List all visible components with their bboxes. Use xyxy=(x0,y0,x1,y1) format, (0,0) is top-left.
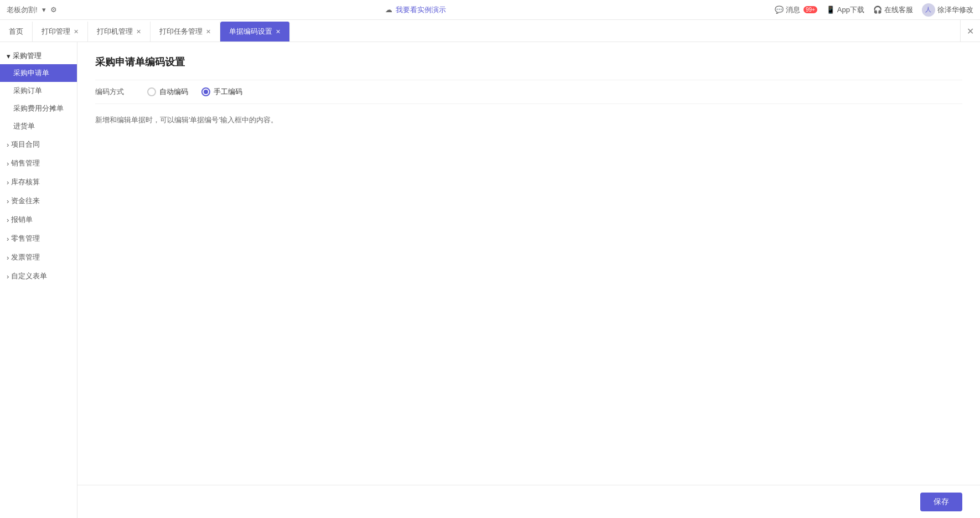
sidebar-group-sales-label: 销售管理 xyxy=(11,158,40,168)
tab-home[interactable]: 首页 xyxy=(0,22,33,42)
hint-text: 新增和编辑单据时，可以编辑'单据编号'输入框中的内容。 xyxy=(95,115,962,125)
sidebar-item-purchase-order-label: 采购订单 xyxy=(13,86,42,95)
username: 徐泽华修改 xyxy=(937,5,973,15)
message-badge: 99+ xyxy=(803,6,817,13)
radio-auto-circle xyxy=(147,87,156,96)
sidebar: ▾ 采购管理 采购申请单 采购订单 采购费用分摊单 进货单 › 项目合同 › 销… xyxy=(0,42,77,518)
tab-print-mgmt-close[interactable]: ✕ xyxy=(74,28,79,35)
radio-auto-encode[interactable]: 自动编码 xyxy=(147,87,188,97)
content-area: 采购申请单编码设置 编码方式 自动编码 手工编码 新增和编辑单据时，可以编辑'单… xyxy=(77,42,980,518)
cloud-icon: ☁ xyxy=(385,6,392,14)
tab-print-task-mgmt-close[interactable]: ✕ xyxy=(206,28,211,35)
sidebar-item-purchase-order[interactable]: 采购订单 xyxy=(0,82,77,100)
sidebar-item-purchase-expense-label: 采购费用分摊单 xyxy=(13,104,64,112)
sidebar-group-purchase-label: 采购管理 xyxy=(13,51,42,61)
sidebar-group-invoice[interactable]: › 发票管理 xyxy=(0,248,77,267)
top-bar-center: ☁ 我要看实例演示 xyxy=(385,5,446,15)
user-profile[interactable]: 人 徐泽华修改 xyxy=(922,3,973,17)
sidebar-item-purchase-expense[interactable]: 采购费用分摊单 xyxy=(0,100,77,117)
tab-printer-mgmt-label: 打印机管理 xyxy=(97,27,133,37)
sidebar-group-custom-forms-label: 自定义表单 xyxy=(11,271,47,281)
sidebar-group-inventory[interactable]: › 库存核算 xyxy=(0,173,77,191)
top-bar-brand-text: 老板勿割! xyxy=(7,5,38,15)
sidebar-group-finance-arrow: › xyxy=(7,197,9,205)
top-bar-left: 老板勿割! ▾ ⚙ xyxy=(7,5,57,15)
message-label: 消息 xyxy=(786,5,800,15)
main-layout: ▾ 采购管理 采购申请单 采购订单 采购费用分摊单 进货单 › 项目合同 › 销… xyxy=(0,42,980,518)
sidebar-item-stock-in[interactable]: 进货单 xyxy=(0,117,77,135)
sidebar-group-invoice-label: 发票管理 xyxy=(11,252,40,262)
avatar: 人 xyxy=(922,3,935,17)
message-icon: 💬 xyxy=(775,6,784,14)
radio-manual-encode[interactable]: 手工编码 xyxy=(201,87,242,97)
app-download-button[interactable]: 📱 App下载 xyxy=(826,5,864,15)
sidebar-group-returns-label: 报销单 xyxy=(11,215,33,225)
sidebar-group-project-contract-arrow: › xyxy=(7,141,9,149)
sidebar-group-purchase-arrow: ▾ xyxy=(7,52,11,60)
tab-print-task-mgmt[interactable]: 打印任务管理 ✕ xyxy=(151,22,220,42)
top-bar: 老板勿割! ▾ ⚙ ☁ 我要看实例演示 💬 消息 99+ 📱 App下载 🎧 在… xyxy=(0,0,980,20)
online-service-button[interactable]: 🎧 在线客服 xyxy=(873,5,913,15)
page-title: 采购申请单编码设置 xyxy=(95,55,962,69)
tab-printer-mgmt-close[interactable]: ✕ xyxy=(136,28,141,35)
tab-print-task-mgmt-label: 打印任务管理 xyxy=(159,27,203,37)
tab-printer-mgmt[interactable]: 打印机管理 ✕ xyxy=(88,22,151,42)
online-service-label: 在线客服 xyxy=(884,5,913,15)
sidebar-group-finance[interactable]: › 资金往来 xyxy=(0,191,77,210)
sidebar-group-sales-mgmt[interactable]: › 销售管理 xyxy=(0,154,77,173)
sidebar-group-sales-arrow: › xyxy=(7,159,9,168)
message-button[interactable]: 💬 消息 99+ xyxy=(775,5,817,15)
top-bar-right: 💬 消息 99+ 📱 App下载 🎧 在线客服 人 徐泽华修改 xyxy=(775,3,973,17)
save-button[interactable]: 保存 xyxy=(920,493,962,511)
tab-barcode-settings[interactable]: 单据编码设置 ✕ xyxy=(220,22,290,42)
encoding-label: 编码方式 xyxy=(95,87,134,97)
settings-icon[interactable]: ⚙ xyxy=(50,6,57,14)
sidebar-group-retail-label: 零售管理 xyxy=(11,234,40,244)
sidebar-group-inventory-arrow: › xyxy=(7,178,9,187)
sidebar-item-purchase-request-label: 采购申请单 xyxy=(13,69,49,77)
content-footer: 保存 xyxy=(77,485,980,518)
sidebar-group-project-contract[interactable]: › 项目合同 xyxy=(0,135,77,154)
sidebar-item-purchase-request[interactable]: 采购申请单 xyxy=(0,64,77,82)
sidebar-group-retail[interactable]: › 零售管理 xyxy=(0,229,77,248)
sidebar-group-invoice-arrow: › xyxy=(7,253,9,262)
tab-barcode-settings-close[interactable]: ✕ xyxy=(276,28,281,35)
sidebar-group-returns[interactable]: › 报销单 xyxy=(0,210,77,229)
radio-manual-label: 手工编码 xyxy=(214,87,242,97)
sidebar-group-purchase[interactable]: ▾ 采购管理 xyxy=(0,46,77,64)
service-icon: 🎧 xyxy=(873,6,882,14)
sidebar-group-project-contract-label: 项目合同 xyxy=(11,139,40,149)
app-download-label: App下载 xyxy=(837,5,864,15)
center-text[interactable]: 我要看实例演示 xyxy=(396,5,446,15)
dropdown-icon[interactable]: ▾ xyxy=(42,6,46,14)
sidebar-group-custom-forms-arrow: › xyxy=(7,272,9,281)
sidebar-group-custom-forms[interactable]: › 自定义表单 xyxy=(0,267,77,286)
content-inner: 采购申请单编码设置 编码方式 自动编码 手工编码 新增和编辑单据时，可以编辑'单… xyxy=(77,42,980,485)
encoding-row: 编码方式 自动编码 手工编码 xyxy=(95,80,962,104)
sidebar-group-retail-arrow: › xyxy=(7,235,9,243)
tab-print-mgmt[interactable]: 打印管理 ✕ xyxy=(33,22,88,42)
app-icon: 📱 xyxy=(826,6,835,14)
sidebar-item-stock-in-label: 进货单 xyxy=(13,122,35,130)
tab-bar: 首页 打印管理 ✕ 打印机管理 ✕ 打印任务管理 ✕ 单据编码设置 ✕ ✕ xyxy=(0,20,980,42)
sidebar-group-finance-label: 资金往来 xyxy=(11,196,40,206)
radio-auto-label: 自动编码 xyxy=(159,87,188,97)
tab-barcode-settings-label: 单据编码设置 xyxy=(229,27,272,37)
close-all-tabs-button[interactable]: ✕ xyxy=(960,20,980,42)
radio-group: 自动编码 手工编码 xyxy=(147,87,242,97)
tab-print-mgmt-label: 打印管理 xyxy=(42,27,70,37)
sidebar-group-inventory-label: 库存核算 xyxy=(11,177,40,187)
radio-manual-circle xyxy=(201,87,210,96)
sidebar-group-returns-arrow: › xyxy=(7,216,9,224)
tab-home-label: 首页 xyxy=(9,27,23,37)
